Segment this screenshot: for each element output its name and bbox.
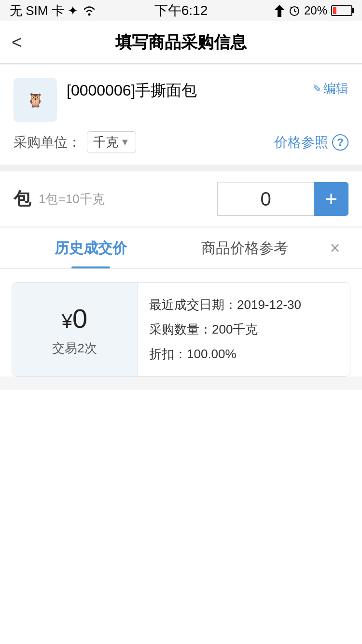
history-price: ¥0 (62, 303, 87, 334)
edit-link[interactable]: ✎ 编辑 (313, 80, 348, 97)
unit-row: 采购单位： 千克 ▼ (14, 131, 136, 153)
tab-history-label: 历史成交价 (55, 238, 127, 258)
quantity-input[interactable]: 0 (217, 182, 314, 216)
tab-close-button[interactable]: × (321, 235, 348, 262)
trade-quantity: 采购数量：200千克 (149, 321, 338, 338)
tabs-header: 历史成交价 商品价格参考 × (0, 228, 362, 269)
wifi-icon (82, 5, 97, 16)
status-left: 无 SIM 卡 ✦ (10, 2, 97, 19)
back-button[interactable]: < (12, 32, 22, 53)
battery-percent: 20% (304, 4, 327, 17)
unit-value: 千克 (93, 134, 118, 151)
price-value: 0 (72, 303, 87, 334)
alarm-icon (289, 5, 300, 16)
section-divider (0, 165, 362, 171)
price-ref-label: 价格参照 (274, 133, 328, 152)
history-card: ¥0 交易2次 最近成交日期：2019-12-30 采购数量：200千克 折扣：… (12, 282, 350, 377)
status-bar: 无 SIM 卡 ✦ 下午6:12 20% (0, 0, 362, 21)
sim-status: 无 SIM 卡 ✦ (10, 2, 78, 19)
edit-icon: ✎ (313, 83, 321, 95)
history-price-panel: ¥0 交易2次 (12, 283, 138, 376)
product-logo-text: 🦉 (27, 92, 44, 108)
trade-count: 交易2次 (52, 340, 97, 357)
trade-date: 最近成交日期：2019-12-30 (149, 296, 338, 313)
unit-dropdown[interactable]: 千克 ▼ (87, 131, 136, 153)
tab-active-indicator (71, 266, 110, 268)
trade-discount: 折扣：100.00% (149, 346, 338, 363)
tab-price-ref-label: 商品价格参考 (201, 238, 288, 258)
location-icon (274, 4, 285, 17)
quantity-sub-unit: 1包=10千克 (39, 191, 105, 208)
quantity-input-group: 0 + (217, 182, 348, 216)
tab-history-price[interactable]: 历史成交价 (14, 228, 167, 268)
status-right: 20% (274, 4, 352, 17)
price-ref-button[interactable]: 价格参照 ? (274, 133, 348, 152)
nav-bar: < 填写商品采购信息 (0, 21, 362, 64)
product-logo: 🦉 (14, 78, 57, 122)
currency-symbol: ¥ (62, 310, 72, 332)
page-title: 填写商品采购信息 (115, 31, 247, 54)
dropdown-arrow-icon: ▼ (120, 137, 130, 148)
quantity-plus-button[interactable]: + (314, 182, 348, 216)
bottom-space (0, 390, 362, 644)
edit-label: 编辑 (323, 80, 348, 97)
svg-point-0 (88, 14, 90, 16)
tabs-container: 历史成交价 商品价格参考 × ¥0 交易2次 最近成交日期：2019-12-30… (0, 228, 362, 377)
quantity-row: 包 1包=10千克 0 + (0, 171, 362, 227)
tab-price-reference[interactable]: 商品价格参考 (167, 228, 321, 268)
history-details-panel: 最近成交日期：2019-12-30 采购数量：200千克 折扣：100.00% (138, 283, 350, 376)
svg-line-4 (294, 11, 296, 12)
svg-marker-1 (274, 5, 285, 17)
product-section: 🦉 [0000006]手撕面包 ✎ 编辑 采购单位： 千克 ▼ 价格参照 ? (0, 65, 362, 165)
status-time: 下午6:12 (154, 1, 208, 20)
unit-label-text: 采购单位： (14, 133, 81, 152)
product-name: [0000006]手撕面包 (67, 80, 197, 101)
quantity-value: 0 (260, 188, 271, 210)
quantity-unit: 包 (14, 187, 31, 211)
battery-icon (331, 5, 352, 16)
price-ref-help-icon: ? (332, 134, 348, 151)
